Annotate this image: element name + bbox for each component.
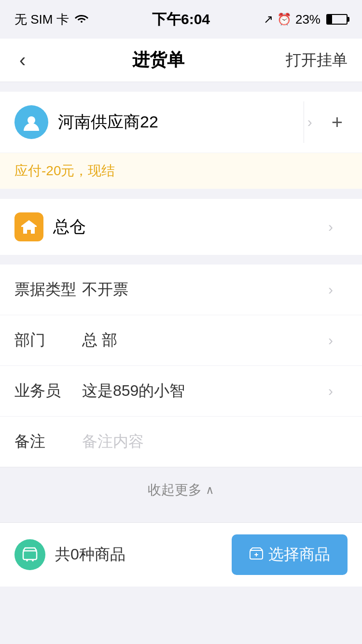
nav-bar: ‹ 进货单 打开挂单	[0, 39, 362, 82]
salesperson-label: 业务员	[14, 380, 82, 402]
supplier-name: 河南供应商22	[58, 111, 307, 133]
ticket-type-row[interactable]: 票据类型 不开票 ›	[0, 265, 362, 315]
ticket-type-chevron-icon: ›	[328, 281, 333, 298]
salesperson-chevron-icon: ›	[328, 383, 333, 399]
ticket-type-label: 票据类型	[14, 279, 82, 300]
location-icon: ↗	[264, 13, 273, 26]
collapse-label: 收起更多	[148, 481, 202, 499]
wifi-icon	[74, 12, 89, 27]
svg-point-0	[28, 116, 35, 124]
ticket-type-value: 不开票	[82, 279, 328, 300]
user-icon	[22, 112, 41, 132]
bottom-bar: 共0种商品 选择商品	[0, 522, 362, 587]
department-row[interactable]: 部门 总 部 ›	[0, 315, 362, 365]
salesperson-value: 这是859的小智	[82, 380, 328, 402]
supplier-avatar	[14, 105, 48, 139]
svg-point-2	[26, 560, 28, 561]
warehouse-name: 总仓	[53, 216, 328, 238]
carrier-label: 无 SIM 卡	[14, 11, 69, 28]
warehouse-section: 总仓 ›	[0, 199, 362, 255]
warehouse-chevron-icon: ›	[328, 219, 333, 235]
section-gap-4	[0, 513, 362, 522]
section-gap-2	[0, 189, 362, 199]
open-pending-button[interactable]: 打开挂单	[286, 50, 348, 71]
add-supplier-button[interactable]: +	[327, 112, 348, 133]
remark-label: 备注	[14, 431, 82, 452]
battery-icon	[326, 14, 348, 25]
warehouse-icon	[14, 212, 43, 241]
cart-icon	[21, 546, 39, 563]
status-left: 无 SIM 卡	[14, 11, 89, 28]
department-chevron-icon: ›	[328, 332, 333, 349]
select-product-button[interactable]: 选择商品	[232, 534, 348, 575]
back-button[interactable]: ‹	[14, 44, 30, 76]
home-icon	[20, 218, 38, 236]
status-time: 下午6:04	[152, 10, 210, 29]
supplier-row[interactable]: 河南供应商22 › +	[0, 92, 362, 153]
status-right: ↗ ⏰ 23%	[264, 12, 348, 27]
form-section: 票据类型 不开票 › 部门 总 部 › 业务员 这是859的小智 › 备注 备注…	[0, 265, 362, 467]
department-value: 总 部	[82, 330, 328, 351]
svg-point-3	[32, 560, 34, 561]
bottom-gray-area	[0, 587, 362, 644]
salesperson-row[interactable]: 业务员 这是859的小智 ›	[0, 365, 362, 416]
status-bar: 无 SIM 卡 下午6:04 ↗ ⏰ 23%	[0, 0, 362, 39]
supplier-section: 河南供应商22 › + 应付-20元，现结	[0, 92, 362, 189]
collapse-arrow-icon: ∧	[206, 483, 214, 497]
warehouse-row[interactable]: 总仓 ›	[0, 199, 362, 255]
product-icon	[14, 539, 45, 570]
notice-banner: 应付-20元，现结	[0, 153, 362, 189]
section-gap-3	[0, 255, 362, 265]
select-product-label: 选择商品	[268, 544, 330, 565]
page-title: 进货单	[132, 48, 184, 72]
department-label: 部门	[14, 330, 82, 351]
supplier-divider	[304, 101, 304, 143]
supplier-chevron-icon: ›	[307, 114, 312, 130]
battery-label: 23%	[295, 12, 320, 27]
remark-input[interactable]: 备注内容	[82, 431, 348, 452]
alarm-icon: ⏰	[277, 13, 292, 26]
collapse-button[interactable]: 收起更多 ∧	[0, 467, 362, 513]
section-gap-1	[0, 82, 362, 92]
remark-row[interactable]: 备注 备注内容	[0, 416, 362, 467]
svg-rect-1	[23, 551, 37, 560]
select-product-icon	[249, 547, 264, 562]
product-count: 共0种商品	[55, 544, 232, 565]
